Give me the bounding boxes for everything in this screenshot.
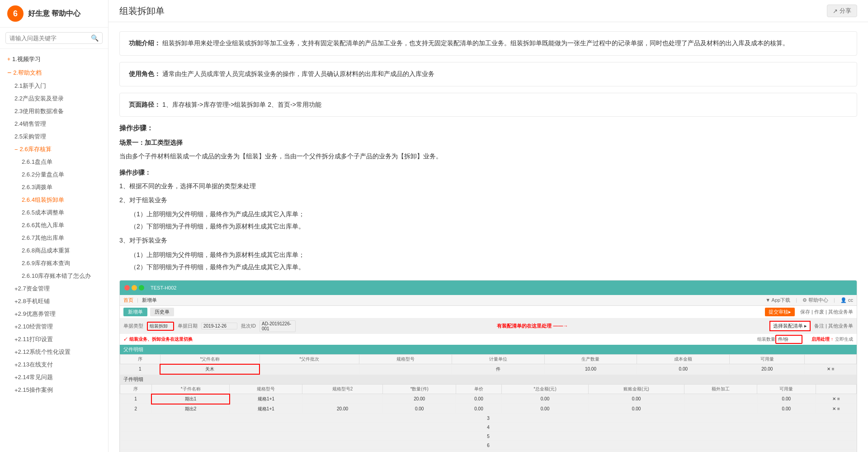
- search-icon[interactable]: 🔍: [91, 34, 99, 42]
- sidebar-item-2-6-9[interactable]: 2.6.9库存账本查询: [0, 257, 108, 270]
- sidebar-item-2[interactable]: − 2.帮助文档: [0, 66, 108, 80]
- sidebar-label-2-3: 2.3使用前数据准备: [14, 107, 64, 115]
- expand-icon-2-7: +: [14, 285, 18, 292]
- ss-ctr-1-extra: [684, 394, 757, 404]
- sidebar-item-2-1[interactable]: 2.1新手入门: [0, 80, 108, 92]
- ss-toolbar-user: 👤 cc: [840, 297, 853, 303]
- annotation-enable: 启用处理 ↑: [811, 336, 833, 343]
- sidebar-item-2-5[interactable]: 2.5采购管理: [0, 130, 108, 143]
- ss-close-btn: [124, 285, 130, 290]
- annotation-switch: ↙ 组装业务、拆卸业务在这里切换: [123, 336, 193, 343]
- ss-more-btns: 保存 | 作废 | 其他业务单: [800, 309, 853, 315]
- sidebar-item-2-6-10[interactable]: 2.6.10库存账本错了怎么办: [0, 270, 108, 282]
- ss-ctr-2-seq: 2: [120, 404, 152, 414]
- ss-cth-action: [816, 384, 857, 394]
- logo-icon: 6: [7, 5, 24, 22]
- expand-icon-2-9: +: [14, 311, 18, 318]
- sidebar-item-1[interactable]: + 1.视频学习: [0, 52, 108, 66]
- ss-nav-row: 新增单 历史单 提交审核▸ 保存 | 作废 | 其他业务单: [120, 306, 857, 319]
- ss-ctr-1-seq: 1: [120, 394, 152, 404]
- ss-toolbar-sep3: |: [834, 297, 835, 303]
- sidebar-item-2-2[interactable]: 2.2产品安装及登录: [0, 92, 108, 105]
- ss-ctr-1-qty: 20.00: [382, 394, 456, 404]
- sidebar-item-2-6-7[interactable]: 2.6.7其他出库单: [0, 232, 108, 244]
- search-input[interactable]: [9, 35, 91, 42]
- role-text: 通常由生产人员或库管人员完成拆装业务的操作，库管人员确认原材料的出库和产成品的入…: [162, 70, 434, 77]
- role-block: 使用角色： 通常由生产人员或库管人员完成拆装业务的操作，库管人员确认原材料的出库…: [119, 62, 857, 86]
- expand-icon-2-12: +: [14, 349, 18, 356]
- ss-th-unit: 计量单位: [452, 354, 544, 364]
- ss-titlebar: TEST-H002: [120, 281, 857, 295]
- sidebar-item-2-9[interactable]: + 2.9优惠券管理: [0, 308, 108, 320]
- ss-child-table: 序 *子件名称 规格型号 规格型号2 *数量(件) 单价 *总金额(元) 账账金…: [120, 384, 857, 452]
- ss-annotation-row: ↙ 组装业务、拆卸业务在这里切换 组装数量 件/份 启用处理 ↑ 立即生成: [120, 334, 857, 345]
- ss-form-type-label: 单据类型: [123, 323, 143, 329]
- ss-child-thead-row: 序 *子件名称 规格型号 规格型号2 *数量(件) 单价 *总金额(元) 账账金…: [120, 384, 857, 394]
- ops-section: 操作步骤： 场景一：加工类型选择 当由多个子件材料组装成一个成品的业务为【组装】…: [119, 124, 857, 273]
- sidebar-item-2-6-5[interactable]: 2.6.5成本调整单: [0, 206, 108, 219]
- ss-cth-qty: *数量(件): [382, 384, 456, 394]
- ss-cth-name: *子件名称: [151, 384, 230, 394]
- ss-ctr-1-price: 0.00: [456, 394, 501, 404]
- ss-form-id-value: AD-20191226-001: [259, 320, 296, 332]
- scenario1-desc: 当由多个子件材料组装成一个成品的业务为【组装】业务，当由一个父件拆分成多个子产品…: [119, 151, 857, 162]
- sidebar-item-2-10[interactable]: + 2.10经营管理: [0, 320, 108, 333]
- sidebar-item-2-15[interactable]: + 2.15操作案例: [0, 384, 108, 396]
- assemble-list: （1）上部明细为父件明细，最终作为产成品生成其它入库单； （2）下部明细为子件明…: [130, 209, 857, 232]
- sidebar-item-2-6-1[interactable]: 2.6.1盘点单: [0, 156, 108, 168]
- sidebar-item-2-6-4[interactable]: 2.6.4组装拆卸单: [0, 194, 108, 206]
- intro-block: 功能介绍： 组装拆卸单用来处理企业组装或拆卸等加工业务，支持有固定装配清单的产品…: [119, 31, 857, 56]
- search-box[interactable]: 🔍: [5, 32, 103, 44]
- sidebar-item-2-6-2[interactable]: 2.6.2分量盘点单: [0, 168, 108, 181]
- ss-cth-spec1: 规格型号: [230, 384, 302, 394]
- sidebar-item-2-3[interactable]: 2.3使用前数据准备: [0, 105, 108, 118]
- ops-steps-subtitle: 操作步骤：: [119, 169, 857, 177]
- ss-ctr-2-action: ✕ ≡: [816, 404, 857, 414]
- sidebar-label-2-4: 2.4销售管理: [14, 120, 46, 128]
- ss-child-row-2: 2 期出2 规格1+1 20.00 0.00 0.00 0.00 0.00 0.…: [120, 404, 857, 414]
- ss-th-parent-batch: *父件批次: [259, 354, 359, 364]
- sidebar-item-2-12[interactable]: + 2.12系统个性化设置: [0, 346, 108, 358]
- page-title: 组装拆卸单: [119, 5, 165, 17]
- ss-toolbar-sep: |: [137, 297, 138, 303]
- step-1: 1、根据不同的业务，选择不同单据的类型来处理: [119, 181, 857, 192]
- ss-child-section: 子件明细: [120, 375, 857, 384]
- expand-icon-2-13: +: [14, 362, 18, 368]
- sidebar-item-2-6-6[interactable]: 2.6.6其他入库单: [0, 219, 108, 232]
- ss-win-controls: [124, 285, 144, 290]
- ss-th-parent-name: *父件名称: [160, 354, 259, 364]
- sidebar-item-2-14[interactable]: + 2.14常见问题: [0, 371, 108, 384]
- expand-icon-2-11: +: [14, 336, 18, 343]
- step-3: 3、对于拆装业务: [119, 235, 857, 246]
- sidebar-item-2-6[interactable]: − 2.6库存核算: [0, 143, 108, 156]
- sidebar-label-2-5: 2.5采购管理: [14, 133, 46, 141]
- sidebar-label-2-8: 2.8手机旺铺: [18, 297, 50, 305]
- ss-toolbar-home: 首页: [123, 297, 133, 304]
- sidebar-item-2-6-8[interactable]: 2.6.8商品成本重算: [0, 244, 108, 257]
- sidebar-item-2-7[interactable]: + 2.7资金管理: [0, 282, 108, 295]
- ss-child-row-6: 6: [120, 441, 857, 450]
- ss-form-date-label: 单据日期: [178, 323, 198, 329]
- intro-text: 组装拆卸单用来处理企业组装或拆卸等加工业务，支持有固定装配清单的产品加工业务，也…: [162, 39, 789, 47]
- ss-child-row-4: 4: [120, 423, 857, 432]
- sidebar-item-2-13[interactable]: + 2.13在线支付: [0, 358, 108, 371]
- ss-ctr-3-empty: 3: [120, 414, 857, 423]
- sidebar-item-2-6-3[interactable]: 2.6.3调拨单: [0, 181, 108, 194]
- ss-cth-spec2: 规格型号2: [302, 384, 383, 394]
- sidebar-label-2-11: 2.11打印设置: [18, 335, 53, 343]
- ss-ctr-1-name: 期出1: [151, 394, 230, 404]
- scenario1-title: 场景一：加工类型选择: [119, 139, 857, 147]
- ss-submit-btn: 提交审核▸: [765, 308, 795, 316]
- sidebar-item-label-2: 2.帮助文档: [13, 69, 42, 77]
- share-button[interactable]: ↗ 分享: [827, 5, 857, 17]
- sidebar-item-2-4[interactable]: 2.4销售管理: [0, 118, 108, 130]
- sidebar-item-2-11[interactable]: + 2.11打印设置: [0, 333, 108, 346]
- ss-qty-value: 件/份: [775, 335, 802, 344]
- ss-ctr-1-total: 0.00: [501, 394, 589, 404]
- ss-th-ops: [805, 354, 857, 364]
- ss-app-toolbar: 首页 | 新增单 ▼ App下载 | ⚙ 帮助中心 | 👤 cc: [120, 295, 857, 306]
- share-icon: ↗: [833, 8, 838, 14]
- sidebar-item-2-8[interactable]: + 2.8手机旺铺: [0, 295, 108, 308]
- ss-toolbar-help: ⚙ 帮助中心: [802, 297, 828, 304]
- sidebar-label-2-2: 2.2产品安装及登录: [14, 95, 64, 103]
